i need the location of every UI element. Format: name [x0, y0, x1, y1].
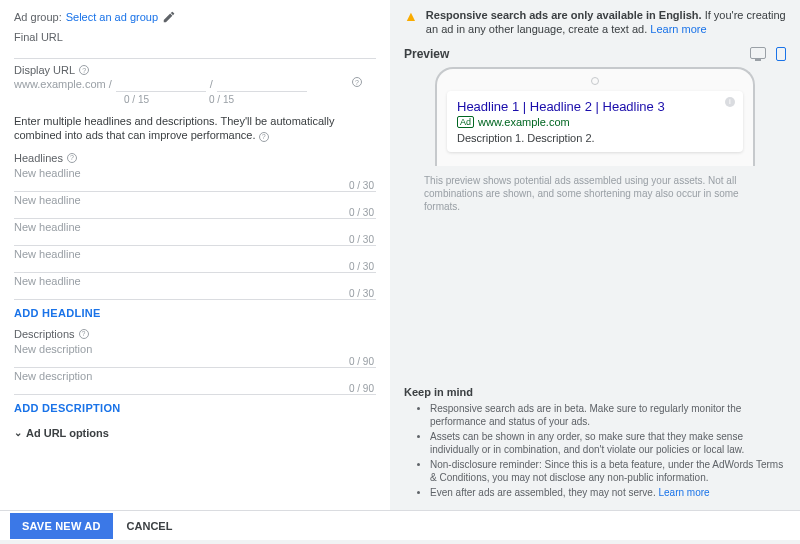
- keep-in-mind-title: Keep in mind: [404, 386, 786, 398]
- headline-input[interactable]: New headline: [14, 194, 376, 207]
- ad-badge: Ad: [457, 116, 474, 128]
- description-counter: 0 / 90: [349, 383, 376, 394]
- headline-counter: 0 / 30: [349, 261, 376, 272]
- display-url-label: Display URL: [14, 64, 75, 76]
- chevron-down-icon: ⌄: [14, 427, 22, 438]
- path1-input[interactable]: [116, 76, 206, 92]
- path2-input[interactable]: [217, 76, 307, 92]
- instruction-text: Enter multiple headlines and description…: [14, 115, 334, 141]
- add-headline-button[interactable]: ADD HEADLINE: [14, 307, 376, 319]
- ad-description: Description 1. Description 2.: [457, 132, 733, 144]
- display-url-static: www.example.com /: [14, 78, 112, 92]
- phone-frame: i Headline 1 | Headline 2 | Headline 3 A…: [435, 67, 755, 166]
- learn-more-link[interactable]: Learn more: [656, 487, 710, 498]
- keep-in-mind-section: Keep in mind Responsive search ads are i…: [404, 386, 786, 501]
- headline-input[interactable]: New headline: [14, 275, 376, 288]
- ad-headline: Headline 1 | Headline 2 | Headline 3: [457, 99, 733, 114]
- description-counter: 0 / 90: [349, 356, 376, 367]
- mobile-preview-button[interactable]: [776, 47, 786, 61]
- preview-note: This preview shows potential ads assembl…: [404, 174, 786, 213]
- headline-counter: 0 / 30: [349, 180, 376, 191]
- path-separator: /: [210, 78, 213, 92]
- headline-counter: 0 / 30: [349, 288, 376, 299]
- alert-bold: Responsive search ads are only available…: [426, 9, 702, 21]
- keep-item: Responsive search ads are in beta. Make …: [430, 402, 786, 429]
- headlines-label: Headlines: [14, 152, 63, 164]
- cancel-button[interactable]: CANCEL: [127, 520, 173, 532]
- description-input[interactable]: New description: [14, 370, 376, 383]
- preview-panel: ▲ Responsive search ads are only availab…: [390, 0, 800, 510]
- learn-more-link[interactable]: Learn more: [650, 23, 706, 35]
- headline-input[interactable]: New headline: [14, 221, 376, 234]
- ad-url-options-toggle[interactable]: ⌄ Ad URL options: [14, 427, 376, 439]
- description-input[interactable]: New description: [14, 343, 376, 356]
- final-url-input[interactable]: [14, 43, 376, 59]
- help-icon[interactable]: ?: [259, 132, 269, 142]
- keep-item: Non-disclosure reminder: Since this is a…: [430, 458, 786, 485]
- keep-item: Assets can be shown in any order, so mak…: [430, 430, 786, 457]
- preview-title: Preview: [404, 47, 449, 61]
- ad-group-select-link[interactable]: Select an ad group: [66, 11, 158, 23]
- desktop-preview-button[interactable]: [750, 47, 766, 59]
- path2-counter: 0 / 15: [209, 94, 234, 105]
- editor-panel: Ad group: Select an ad group Final URL ?…: [0, 0, 390, 510]
- warning-icon: ▲: [404, 8, 418, 24]
- keep-item: Even after ads are assembled, they may n…: [430, 486, 786, 500]
- add-description-button[interactable]: ADD DESCRIPTION: [14, 402, 376, 414]
- info-icon[interactable]: i: [725, 97, 735, 107]
- headline-input[interactable]: New headline: [14, 248, 376, 261]
- path1-counter: 0 / 15: [124, 94, 149, 105]
- ad-preview-card: i Headline 1 | Headline 2 | Headline 3 A…: [447, 91, 743, 152]
- save-button[interactable]: SAVE NEW AD: [10, 513, 113, 539]
- headline-input[interactable]: New headline: [14, 167, 376, 180]
- ad-group-label: Ad group:: [14, 11, 62, 23]
- help-icon[interactable]: ?: [79, 329, 89, 339]
- headline-counter: 0 / 30: [349, 234, 376, 245]
- final-url-label: Final URL: [14, 31, 63, 43]
- ad-url: www.example.com: [478, 116, 570, 128]
- footer-bar: SAVE NEW AD CANCEL: [0, 510, 800, 540]
- help-icon[interactable]: ?: [352, 77, 362, 87]
- phone-speaker-icon: [591, 77, 599, 85]
- ad-url-options-label: Ad URL options: [26, 427, 109, 439]
- headline-counter: 0 / 30: [349, 207, 376, 218]
- pencil-icon[interactable]: [162, 10, 176, 24]
- descriptions-label: Descriptions: [14, 328, 75, 340]
- help-icon[interactable]: ?: [67, 153, 77, 163]
- help-icon[interactable]: ?: [79, 65, 89, 75]
